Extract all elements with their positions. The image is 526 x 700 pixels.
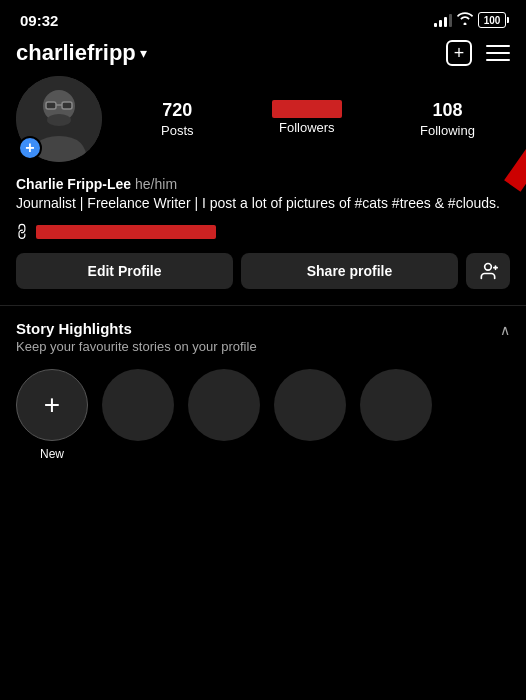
svg-point-6	[485, 263, 492, 270]
add-post-button[interactable]: +	[446, 40, 472, 66]
stat-posts[interactable]: 720 Posts	[161, 100, 194, 138]
svg-point-5	[47, 114, 71, 126]
highlights-header: Story Highlights Keep your favourite sto…	[16, 320, 510, 356]
menu-line-1	[486, 45, 510, 47]
edit-profile-button[interactable]: Edit Profile	[16, 253, 233, 289]
stat-followers[interactable]: Followers	[272, 100, 342, 138]
profile-name: Charlie Fripp-Lee he/him	[16, 176, 510, 192]
menu-line-3	[486, 59, 510, 61]
profile-link-redacted[interactable]	[36, 225, 216, 239]
highlights-text: Story Highlights Keep your favourite sto…	[16, 320, 257, 356]
highlights-subtitle: Keep your favourite stories on your prof…	[16, 339, 257, 356]
svg-rect-3	[62, 102, 72, 109]
highlight-circle-3[interactable]	[274, 369, 346, 441]
username-row[interactable]: charliefripp ▾	[16, 40, 147, 66]
highlight-circle-4[interactable]	[360, 369, 432, 441]
profile-header: charliefripp ▾ +	[0, 36, 526, 76]
username-text: charliefripp	[16, 40, 136, 66]
link-row	[16, 224, 510, 241]
status-time: 09:32	[20, 12, 58, 29]
username-chevron-icon: ▾	[140, 45, 147, 61]
link-icon	[12, 221, 34, 243]
stat-following[interactable]: 108 Following	[420, 100, 475, 138]
posts-count: 720	[162, 100, 192, 121]
wifi-icon	[457, 12, 473, 28]
highlight-item-new[interactable]: + New	[16, 369, 88, 461]
following-label: Following	[420, 123, 475, 138]
followers-count-redacted	[272, 100, 342, 118]
highlight-item-1[interactable]	[102, 369, 174, 461]
highlight-item-4[interactable]	[360, 369, 432, 461]
add-person-button[interactable]	[466, 253, 510, 289]
highlights-collapse-icon[interactable]: ∧	[500, 322, 510, 338]
signal-icon	[434, 13, 452, 27]
following-count: 108	[432, 100, 462, 121]
highlight-item-2[interactable]	[188, 369, 260, 461]
highlight-item-3[interactable]	[274, 369, 346, 461]
highlight-circle-new[interactable]: +	[16, 369, 88, 441]
menu-button[interactable]	[486, 45, 510, 61]
menu-line-2	[486, 52, 510, 54]
status-icons: 100	[434, 12, 506, 28]
plus-icon: +	[44, 389, 60, 421]
bio-section: Charlie Fripp-Lee he/him Journalist | Fr…	[16, 176, 510, 214]
add-story-button[interactable]: +	[18, 136, 42, 160]
battery-icon: 100	[478, 12, 506, 28]
profile-section: + 720 Posts Followers 108 Following Char…	[0, 76, 526, 289]
action-buttons: Edit Profile Share profile	[16, 253, 510, 289]
status-bar: 09:32 100	[0, 0, 526, 36]
highlight-circle-1[interactable]	[102, 369, 174, 441]
highlights-title: Story Highlights	[16, 320, 257, 337]
followers-label: Followers	[279, 120, 335, 135]
svg-rect-2	[46, 102, 56, 109]
share-profile-button[interactable]: Share profile	[241, 253, 458, 289]
posts-label: Posts	[161, 123, 194, 138]
pronouns: he/him	[135, 176, 177, 192]
highlights-circles: + New	[16, 369, 510, 461]
highlights-section: Story Highlights Keep your favourite sto…	[0, 305, 526, 462]
profile-info-row: + 720 Posts Followers 108 Following	[16, 76, 510, 162]
highlight-circle-2[interactable]	[188, 369, 260, 441]
add-person-icon	[478, 261, 498, 281]
header-icons: +	[446, 40, 510, 66]
highlight-label-new: New	[40, 447, 64, 461]
avatar-container: +	[16, 76, 102, 162]
stats-row: 720 Posts Followers 108 Following	[126, 100, 510, 138]
bio-text: Journalist | Freelance Writer | I post a…	[16, 194, 510, 214]
